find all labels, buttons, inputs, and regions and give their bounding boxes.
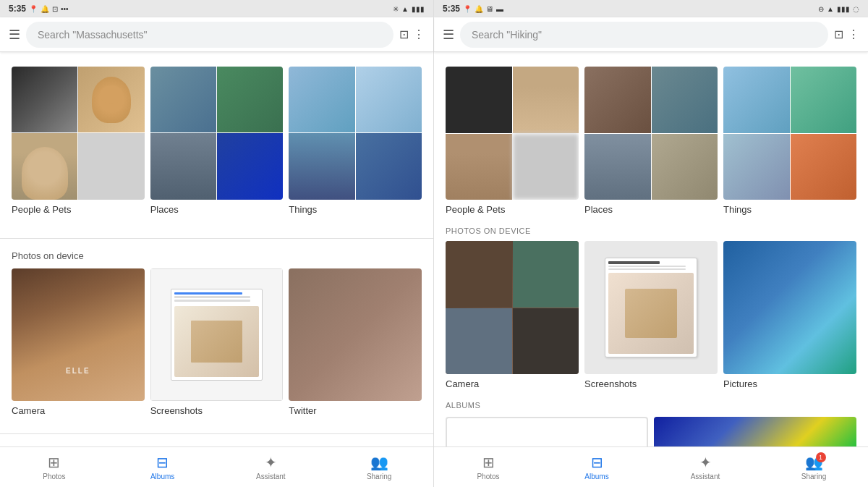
nav-label-albums-right: Albums — [584, 473, 608, 480]
album-thumb-twitter-left — [289, 268, 422, 402]
nav-assistant-right[interactable]: ✦ Assistant — [651, 447, 760, 487]
album-twitter-left[interactable]: Twitter — [289, 268, 422, 417]
cam-cell-3 — [446, 308, 512, 375]
albums-icon-right: ⊟ — [591, 454, 603, 471]
things-photo-r1 — [723, 67, 790, 133]
cast-icon-right[interactable]: ⊡ — [834, 27, 843, 41]
nav-label-sharing-left: Sharing — [367, 473, 391, 480]
category-label-places-right: Places — [584, 204, 718, 215]
album-screenshots-left[interactable]: Screenshots — [150, 268, 284, 417]
album-label-camera-right: Camera — [446, 378, 579, 389]
divider-1-left — [0, 238, 433, 239]
mosaic-photo-3 — [12, 133, 77, 199]
wifi-icon-right: ▲ — [827, 5, 834, 13]
nav-label-sharing-right: Sharing — [801, 473, 826, 480]
device-section-title-left: Photos on device — [0, 245, 433, 268]
album-thumb-camera-left — [12, 268, 145, 402]
assistant-icon-right: ✦ — [699, 454, 712, 471]
search-input-left[interactable]: Search "Massachusetts" — [26, 22, 393, 48]
album-pictures-right[interactable]: Pictures — [723, 241, 856, 389]
cast-icon-left[interactable]: ⊡ — [399, 27, 409, 41]
status-bar-left: 5:35 📍 🔔 ⊡ ••• ✳ ▲ ▮▮▮ — [0, 0, 433, 17]
status-bar-right: 5:35 📍 🔔 🖥 ▬ ⊖ ▲ ▮▮▮ ◌ — [434, 0, 868, 17]
category-things-right[interactable]: Things — [723, 67, 856, 215]
album-label-screenshots-left: Screenshots — [150, 405, 284, 416]
photos-icon-right: ⊞ — [482, 454, 495, 471]
album-camera-right[interactable]: Camera — [446, 241, 579, 389]
nav-label-photos-left: Photos — [43, 473, 65, 480]
album-thumb-screenshots-left — [150, 268, 284, 402]
line-2 — [174, 296, 250, 298]
sharing-icon-wrap-right: 👥 1 — [805, 454, 823, 471]
nav-label-albums-left: Albums — [150, 473, 174, 480]
cast-status-icon: ⊡ — [52, 5, 58, 13]
places-mosaic-left — [150, 67, 284, 200]
things-photo-3 — [289, 133, 354, 199]
menu-icon-right[interactable]: ☰ — [443, 27, 454, 43]
albums-section-left: Albums + — [0, 440, 433, 446]
nav-albums-left[interactable]: ⊟ Albums — [109, 447, 217, 487]
location-icon: 📍 — [29, 5, 38, 13]
category-grid-left: People & Pets Places — [12, 67, 422, 215]
album-label-pictures-right: Pictures — [723, 378, 856, 389]
album-thumb-pictures-right — [723, 241, 856, 374]
nav-sharing-right[interactable]: 👥 1 Sharing — [760, 447, 868, 487]
mute-icon-right: ⊖ — [818, 5, 824, 13]
people-pets-mosaic-left — [12, 67, 145, 200]
category-places-left[interactable]: Places — [150, 67, 284, 215]
screenshots-image — [150, 268, 284, 402]
places-photo-r1 — [584, 67, 651, 133]
places-photo-4 — [217, 133, 283, 199]
people-photo-r3 — [446, 134, 512, 200]
cam-cell-4 — [513, 308, 579, 375]
places-mosaic-right — [584, 67, 718, 200]
signal-icon-right: ▬ — [496, 5, 503, 13]
mosaic-photo-2 — [78, 67, 144, 132]
assistant-icon-left: ✦ — [265, 454, 277, 471]
ss-body-1 — [608, 266, 686, 267]
nav-sharing-left[interactable]: 👥 Sharing — [325, 447, 433, 487]
battery-icon: ▮▮▮ — [412, 5, 425, 13]
divider-2-left — [0, 433, 433, 434]
category-things-left[interactable]: Things — [289, 67, 422, 215]
menu-icon[interactable]: ☰ — [9, 27, 20, 43]
nav-label-assistant-right: Assistant — [691, 473, 720, 480]
nav-label-photos-right: Photos — [477, 473, 499, 480]
places-photo-r3 — [584, 134, 651, 200]
notification-icon: 🔔 — [41, 5, 49, 13]
battery-icon-right: ▮▮▮ — [837, 5, 850, 13]
ss-img — [608, 273, 694, 354]
cam-cell-1 — [446, 241, 512, 308]
scroll-content-right: People & Pets Places — [434, 52, 868, 446]
alcatel-album-item[interactable]: Alcatel 1X review on-phone photos 3 item… — [654, 417, 856, 446]
ss-card — [605, 258, 698, 357]
category-people-pets-left[interactable]: People & Pets — [12, 67, 145, 215]
album-screenshots-right[interactable]: Screenshots — [584, 241, 718, 389]
ss-title — [608, 261, 660, 264]
things-photo-4 — [356, 133, 422, 199]
time-left: 5:35 — [9, 4, 26, 14]
album-camera-left[interactable]: Camera — [12, 268, 145, 417]
album-label-camera-left: Camera — [12, 405, 145, 416]
camera-book-image — [12, 268, 145, 402]
more-options-right[interactable]: ⋮ — [848, 27, 859, 41]
scroll-content-left: People & Pets Places — [0, 52, 433, 446]
nav-albums-right[interactable]: ⊟ Albums — [542, 447, 651, 487]
search-input-right[interactable]: Search "Hiking" — [460, 22, 828, 48]
album-thumb-screenshots-right — [584, 241, 718, 374]
category-label-places-left: Places — [150, 204, 284, 215]
places-photo-r4 — [652, 134, 718, 200]
new-album-right-item[interactable]: + New album — [446, 417, 648, 446]
nav-photos-right[interactable]: ⊞ Photos — [434, 447, 542, 487]
search-placeholder-right: Search "Hiking" — [472, 29, 542, 41]
albums-grid-right: + New album Alcatel 1X review on-phone p… — [446, 417, 856, 446]
category-label-people-pets-right: People & Pets — [446, 204, 579, 215]
people-photo-r1 — [446, 67, 512, 133]
category-people-pets-right[interactable]: People & Pets — [446, 67, 579, 215]
places-photo-r2 — [652, 67, 718, 133]
category-places-right[interactable]: Places — [584, 67, 718, 215]
nav-assistant-left[interactable]: ✦ Assistant — [217, 447, 326, 487]
nav-photos-left[interactable]: ⊞ Photos — [0, 447, 109, 487]
more-options-left[interactable]: ⋮ — [413, 27, 425, 41]
new-album-button-right[interactable]: + — [446, 417, 648, 446]
